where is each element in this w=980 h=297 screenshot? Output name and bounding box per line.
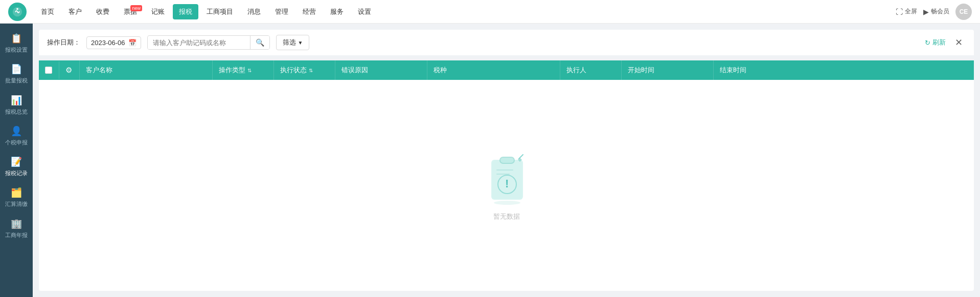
search-button[interactable]: 🔍 bbox=[250, 36, 269, 49]
th-label-6: 税种 bbox=[434, 66, 447, 75]
sidebar-icon-1: 📄 bbox=[11, 63, 22, 75]
empty-illustration: ! bbox=[481, 150, 532, 206]
nav-item-经营[interactable]: 经营 bbox=[297, 4, 322, 19]
nav-item-票据[interactable]: 票据new bbox=[118, 4, 143, 19]
sidebar-label-2: 报税总览 bbox=[5, 108, 28, 115]
date-value: 2023-06-06 bbox=[91, 39, 125, 47]
date-picker[interactable]: 2023-06-06 📅 bbox=[86, 36, 141, 49]
svg-point-12 bbox=[494, 201, 520, 205]
th-7: 执行人 bbox=[560, 60, 622, 80]
svg-point-1 bbox=[16, 8, 18, 10]
th-label-7: 执行人 bbox=[566, 66, 586, 75]
sidebar-icon-2: 📊 bbox=[11, 95, 22, 106]
sidebar-icon-0: 📋 bbox=[11, 33, 22, 44]
nav-item-设置[interactable]: 设置 bbox=[352, 4, 377, 19]
sidebar-icon-6: 🏢 bbox=[11, 218, 22, 229]
chevron-down-icon: ▼ bbox=[298, 40, 303, 46]
th-0 bbox=[39, 61, 59, 79]
nav-item-首页[interactable]: 首页 bbox=[35, 4, 60, 19]
sidebar-item-4[interactable]: 📝报税记录 bbox=[0, 151, 33, 182]
member-btn[interactable]: ▶ 畅会员 bbox=[923, 7, 949, 16]
sidebar-icon-5: 🗂️ bbox=[11, 187, 22, 198]
sidebar-label-5: 汇算清缴 bbox=[5, 200, 28, 207]
content-area: 操作日期： 2023-06-06 📅 🔍 筛选 ▼ ↻ 刷新 ✕ ⚙客户名称操作… bbox=[33, 24, 980, 297]
nav-item-报税[interactable]: 报税 bbox=[173, 4, 198, 19]
toolbar: 操作日期： 2023-06-06 📅 🔍 筛选 ▼ ↻ 刷新 ✕ bbox=[39, 30, 974, 55]
th-2: 客户名称 bbox=[80, 60, 213, 80]
calendar-icon: 📅 bbox=[128, 39, 136, 47]
fullscreen-label: 全屏 bbox=[905, 7, 917, 16]
nav-item-服务[interactable]: 服务 bbox=[324, 4, 350, 19]
th-label-2: 客户名称 bbox=[86, 66, 112, 75]
empty-state: ! 暂无数据 bbox=[481, 150, 532, 221]
th-8: 开始时间 bbox=[622, 60, 714, 80]
sidebar: 📋报税设置📄批量报税📊报税总览👤个税申报📝报税记录🗂️汇算清缴🏢工商年报 bbox=[0, 24, 33, 297]
sidebar-label-0: 报税设置 bbox=[5, 46, 28, 53]
refresh-button[interactable]: ↻ 刷新 bbox=[925, 38, 946, 47]
date-label: 操作日期： bbox=[47, 38, 80, 47]
nav-item-客户[interactable]: 客户 bbox=[62, 4, 88, 19]
member-label: 畅会员 bbox=[931, 7, 949, 16]
fullscreen-icon: ⛶ bbox=[896, 8, 903, 16]
th-5: 错误原因 bbox=[335, 60, 427, 80]
main-layout: 📋报税设置📄批量报税📊报税总览👤个税申报📝报税记录🗂️汇算清缴🏢工商年报 操作日… bbox=[0, 24, 980, 297]
sidebar-icon-4: 📝 bbox=[11, 156, 22, 167]
th-9: 结束时间 bbox=[714, 60, 785, 80]
sidebar-label-4: 报税记录 bbox=[5, 169, 28, 177]
search-box: 🔍 bbox=[147, 35, 270, 50]
sidebar-label-6: 工商年报 bbox=[5, 231, 28, 239]
fullscreen-btn[interactable]: ⛶ 全屏 bbox=[896, 7, 917, 16]
nav-item-工商项目[interactable]: 工商项目 bbox=[200, 4, 239, 19]
nav-item-记账[interactable]: 记账 bbox=[145, 4, 171, 19]
th-label-8: 开始时间 bbox=[628, 66, 654, 75]
refresh-icon: ↻ bbox=[925, 39, 930, 47]
svg-rect-5 bbox=[500, 158, 514, 163]
sidebar-label-1: 批量报税 bbox=[5, 77, 28, 84]
sidebar-item-2[interactable]: 📊报税总览 bbox=[0, 90, 33, 120]
th-4[interactable]: 执行状态⇅ bbox=[274, 60, 335, 80]
select-all-checkbox[interactable] bbox=[45, 67, 52, 74]
th-3[interactable]: 操作类型⇅ bbox=[213, 60, 274, 80]
nav-item-收费[interactable]: 收费 bbox=[90, 4, 116, 19]
sidebar-item-0[interactable]: 📋报税设置 bbox=[0, 28, 33, 58]
th-1: ⚙ bbox=[59, 60, 80, 80]
empty-text: 暂无数据 bbox=[493, 212, 520, 221]
filter-label: 筛选 bbox=[283, 38, 296, 47]
sidebar-item-6[interactable]: 🏢工商年报 bbox=[0, 213, 33, 244]
table-container: ⚙客户名称操作类型⇅执行状态⇅错误原因税种执行人开始时间结束时间 ! bbox=[39, 60, 974, 291]
top-nav: 首页客户收费票据new记账报税工商项目消息管理经营服务设置 ⛶ 全屏 ▶ 畅会员… bbox=[0, 0, 980, 24]
nav-item-管理[interactable]: 管理 bbox=[269, 4, 294, 19]
th-label-9: 结束时间 bbox=[720, 66, 746, 75]
sidebar-item-3[interactable]: 👤个税申报 bbox=[0, 120, 33, 151]
th-label-4: 执行状态 bbox=[280, 66, 307, 75]
nav-items: 首页客户收费票据new记账报税工商项目消息管理经营服务设置 bbox=[35, 4, 896, 19]
search-input[interactable] bbox=[148, 36, 250, 49]
nav-right: ⛶ 全屏 ▶ 畅会员 CE bbox=[896, 4, 972, 20]
table-header: ⚙客户名称操作类型⇅执行状态⇅错误原因税种执行人开始时间结束时间 bbox=[39, 60, 974, 80]
sort-icon-4[interactable]: ⇅ bbox=[309, 68, 313, 73]
video-icon: ▶ bbox=[923, 8, 929, 16]
close-button[interactable]: ✕ bbox=[952, 36, 966, 49]
sort-icon-3[interactable]: ⇅ bbox=[247, 68, 252, 73]
filter-button[interactable]: 筛选 ▼ bbox=[276, 35, 310, 50]
gear-icon[interactable]: ⚙ bbox=[65, 66, 72, 75]
sidebar-item-5[interactable]: 🗂️汇算清缴 bbox=[0, 182, 33, 213]
sidebar-icon-3: 👤 bbox=[11, 125, 22, 137]
logo[interactable] bbox=[8, 3, 27, 21]
th-6: 税种 bbox=[427, 60, 560, 80]
sidebar-label-3: 个税申报 bbox=[5, 139, 28, 146]
svg-text:!: ! bbox=[505, 177, 509, 190]
th-label-5: 错误原因 bbox=[341, 66, 368, 75]
nav-item-消息[interactable]: 消息 bbox=[241, 4, 267, 19]
th-label-3: 操作类型 bbox=[219, 66, 245, 75]
avatar[interactable]: CE bbox=[955, 4, 972, 20]
table-body: ! 暂无数据 bbox=[39, 80, 974, 291]
nav-badge: new bbox=[130, 5, 142, 12]
refresh-label: 刷新 bbox=[932, 38, 946, 47]
sidebar-item-1[interactable]: 📄批量报税 bbox=[0, 58, 33, 89]
avatar-text: CE bbox=[960, 8, 968, 15]
